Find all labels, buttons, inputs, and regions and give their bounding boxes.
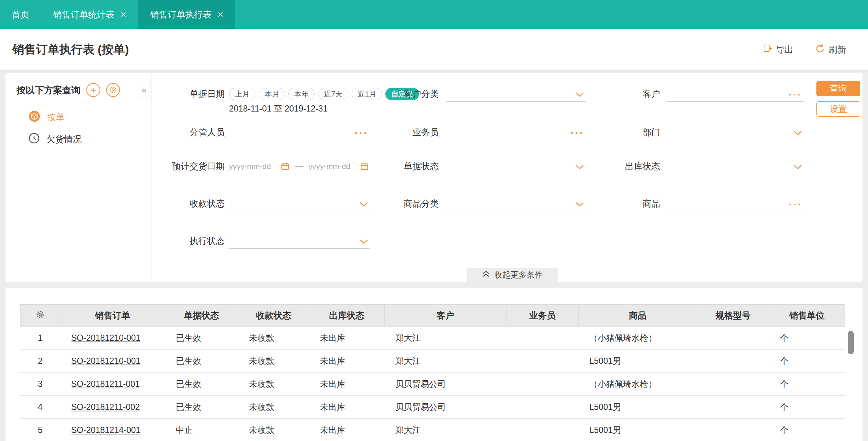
product-cell: （小猪佩琦水枪） [579, 373, 697, 396]
outbound-status-select[interactable] [667, 159, 804, 174]
spec-cell [697, 396, 769, 419]
query-panel: 按以下方案查询 ＋ « 按单 [5, 73, 863, 282]
row-number: 1 [20, 327, 60, 350]
delivery-date-end-input[interactable]: yyyy-mm-dd [308, 159, 369, 174]
manager-picker[interactable]: ··· [229, 125, 370, 140]
vertical-scrollbar-thumb[interactable] [848, 331, 854, 354]
date-placeholder: yyyy-mm-dd [308, 162, 350, 171]
spec-cell [697, 327, 769, 350]
chevron-down-icon [793, 130, 802, 137]
order-link[interactable]: SO-20181214-001 [71, 425, 141, 435]
unit-cell: 个 [769, 396, 845, 419]
export-label: 导出 [776, 44, 793, 56]
col-header-spec: 规格型号 [697, 305, 769, 327]
department-label: 部门 [587, 125, 660, 140]
unit-cell: 个 [769, 327, 845, 350]
department-select[interactable] [667, 125, 804, 140]
col-header-sales-order: 销售订单 [60, 305, 165, 327]
customer-cell: 郑大江 [385, 350, 506, 373]
payment-status-cell: 未收款 [238, 373, 309, 396]
chevron-down-icon [575, 92, 584, 98]
table-settings-header[interactable] [20, 305, 60, 327]
sidebar-item-label: 按单 [47, 112, 65, 123]
col-header-customer: 客户 [385, 305, 506, 327]
row-number: 4 [20, 396, 60, 419]
delivery-date-start-input[interactable]: yyyy-mm-dd [229, 159, 289, 174]
salesman-picker[interactable]: ··· [446, 125, 585, 140]
execution-status-select[interactable] [229, 233, 370, 249]
doc-status-label: 单据状态 [366, 159, 439, 174]
unit-cell: 个 [769, 350, 845, 373]
doc-status-select[interactable] [446, 159, 585, 174]
outbound-status-cell: 未出库 [309, 419, 385, 441]
close-icon[interactable]: × [217, 10, 223, 20]
order-link[interactable]: SO-20181211-002 [71, 402, 140, 412]
ellipsis-icon: ··· [570, 127, 584, 139]
sidebar-item-shortage[interactable]: 欠货情况 [5, 129, 151, 150]
order-cell: SO-20181210-001 [60, 327, 165, 350]
outbound-status-cell: 未出库 [309, 327, 385, 350]
doc-status-cell: 已生效 [165, 350, 238, 373]
tab-sales-order-execution[interactable]: 销售订单执行表 × [138, 0, 235, 29]
collapse-sidebar-button[interactable]: « [138, 82, 150, 98]
tab-sales-order-statistics[interactable]: 销售订单统计表 × [41, 0, 138, 29]
chevron-down-icon [793, 164, 802, 171]
query-scheme-sidebar: 按以下方案查询 ＋ « 按单 [5, 73, 151, 282]
col-header-salesman: 业务员 [506, 305, 579, 327]
export-icon [763, 44, 772, 56]
customer-picker[interactable]: ··· [667, 86, 804, 102]
refresh-button[interactable]: 刷新 [815, 44, 846, 56]
pill-last-7-days[interactable]: 近7天 [318, 88, 348, 100]
scheme-settings-button[interactable] [106, 83, 120, 97]
selected-date-range: 2018-11-01 至 2019-12-31 [229, 103, 328, 114]
order-link[interactable]: SO-20181210-001 [71, 333, 141, 343]
settings-button[interactable]: 设置 [816, 101, 860, 117]
product-cell: L5001男 [579, 350, 697, 373]
tab-home[interactable]: 首页 [0, 0, 41, 29]
payment-status-select[interactable] [229, 196, 370, 211]
order-cell: SO-20181211-002 [60, 396, 165, 419]
close-icon[interactable]: × [120, 10, 126, 20]
customer-cell: 郑大江 [385, 327, 506, 350]
query-button[interactable]: 查询 [816, 81, 860, 96]
filter-area: 单据日期 上月 本月 本年 近7天 近1月 自定义 2018-11-01 至 2… [151, 73, 863, 282]
tab-label: 首页 [12, 9, 29, 20]
collapse-more-label: 收起更多条件 [494, 270, 543, 280]
order-link[interactable]: SO-20181210-001 [71, 356, 141, 366]
chevron-down-icon [575, 201, 584, 208]
refresh-label: 刷新 [828, 44, 846, 56]
chevron-down-icon [575, 164, 584, 171]
doc-date-label: 单据日期 [151, 86, 225, 102]
header-actions: 导出 刷新 [763, 44, 846, 56]
ellipsis-icon: ··· [789, 199, 802, 210]
execution-status-label: 执行状态 [151, 233, 225, 249]
product-picker[interactable]: ··· [667, 196, 804, 211]
pill-this-month[interactable]: 本月 [259, 88, 285, 100]
sidebar-title: 按以下方案查询 [16, 84, 81, 96]
add-scheme-button[interactable]: ＋ [86, 83, 100, 97]
result-table-panel: 销售订单 单据状态 收款状态 出库状态 客户 业务员 商品 规格型号 销售单位 … [5, 288, 863, 441]
customer-category-label: 客户分类 [366, 86, 439, 102]
sidebar-item-by-order[interactable]: 按单 [5, 107, 151, 128]
export-button[interactable]: 导出 [763, 44, 793, 56]
refresh-icon [815, 44, 825, 56]
order-table-body: 1SO-20181210-001已生效未收款未出库郑大江（小猪佩琦水枪）个2SO… [20, 327, 845, 441]
product-category-select[interactable] [446, 196, 585, 211]
order-link[interactable]: SO-20181211-001 [71, 379, 140, 389]
sidebar-item-label: 欠货情况 [46, 133, 82, 145]
date-separator: — [295, 161, 303, 174]
tab-label: 销售订单执行表 [150, 9, 212, 20]
doc-status-cell: 已生效 [165, 373, 238, 396]
manager-label: 分管人员 [151, 125, 225, 140]
customer-category-select[interactable] [446, 86, 585, 102]
pill-last-month[interactable]: 上月 [229, 88, 255, 100]
unit-cell: 个 [769, 419, 845, 441]
customer-cell: 贝贝贸易公司 [385, 373, 506, 396]
collapse-more-conditions-button[interactable]: 收起更多条件 [467, 268, 558, 282]
payment-status-cell: 未收款 [238, 350, 309, 373]
pill-this-year[interactable]: 本年 [288, 88, 315, 100]
table-row: 2SO-20181210-001已生效未收款未出库郑大江L5001男个 [20, 350, 845, 373]
table-row: 5SO-20181214-001中止未收款未出库郑大江L5001男个 [20, 419, 845, 441]
outbound-status-cell: 未出库 [309, 350, 385, 373]
payment-status-label: 收款状态 [151, 196, 225, 211]
